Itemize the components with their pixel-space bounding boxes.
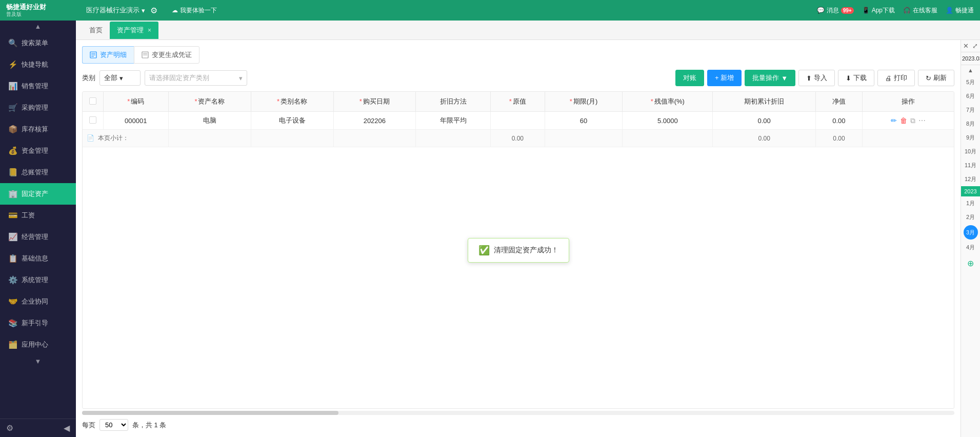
th-actions: 操作 — [862, 92, 954, 112]
batch-ops-label: 批量操作 — [752, 73, 779, 83]
app-download-btn[interactable]: 📱 App下载 — [862, 6, 895, 15]
sidebar-settings-icon[interactable]: ⚙ — [6, 423, 13, 433]
reconcile-button[interactable]: 对账 — [675, 70, 704, 86]
sidebar-collapse-btn[interactable]: ◀ — [64, 423, 70, 433]
tab-close-icon[interactable]: × — [148, 27, 151, 34]
table-scrollbar-thumb[interactable] — [82, 411, 338, 415]
success-message: 清理固定资产成功！ — [494, 246, 558, 255]
message-icon: 💬 — [817, 7, 825, 14]
online-service-label: 在线客服 — [913, 6, 937, 15]
sidebar-scroll-up[interactable]: ▲ — [0, 21, 76, 32]
th-original-value: *原值 — [490, 92, 545, 112]
quick-nav-icon: ⚡ — [8, 60, 17, 69]
sidebar-item-label: 快捷导航 — [22, 60, 48, 69]
sub-tab-asset-detail-label: 资产明细 — [100, 50, 127, 59]
calendar-month-4[interactable]: 4月 — [961, 241, 981, 254]
subtotal-empty-3 — [333, 130, 416, 147]
sidebar-item-system[interactable]: ⚙️ 系统管理 — [0, 269, 76, 291]
calendar-month-11[interactable]: 11月 — [961, 158, 981, 172]
online-service-btn[interactable]: 🎧 在线客服 — [903, 6, 937, 15]
calendar-month-5[interactable]: 5月 — [961, 75, 981, 89]
calendar-month-8[interactable]: 8月 — [961, 117, 981, 131]
tab-asset-management[interactable]: 资产管理 × — [110, 22, 158, 39]
calendar-up-nav[interactable]: ▲ — [961, 65, 981, 75]
subtotal-icon: 📄 — [87, 134, 94, 142]
copy-icon[interactable]: ⧉ — [910, 116, 915, 125]
sidebar-item-quick-nav[interactable]: ⚡ 快捷导航 — [0, 54, 76, 75]
dropdown-icon: ▾ — [119, 74, 123, 82]
company-selector[interactable]: 医疗器械行业演示 ▾ ⚙ — [82, 6, 162, 15]
subtotal-empty-6 — [623, 130, 713, 147]
calendar-month-12[interactable]: 12月 — [961, 172, 981, 186]
row-initial-dep: 0.00 — [713, 112, 816, 130]
sidebar-item-search[interactable]: 🔍 搜索菜单 — [0, 32, 76, 54]
calendar-month-2[interactable]: 2月 — [961, 210, 981, 224]
calendar-panel: ▲ 5月 6月 7月 8月 9月 10月 11月 12月 2023 1月 2月 … — [961, 65, 981, 270]
row-checkbox[interactable] — [89, 116, 96, 124]
table-scrollbar[interactable] — [82, 411, 954, 415]
subtotal-net-value: 0.00 — [816, 130, 863, 147]
delete-icon[interactable]: 🗑 — [900, 116, 907, 125]
sidebar-item-basic-info[interactable]: 📋 基础信息 — [0, 248, 76, 269]
filter-category-select[interactable]: 全部 ▾ — [99, 70, 141, 86]
sub-tab-asset-detail[interactable]: 资产明细 — [82, 46, 134, 64]
th-net-value: 净值 — [816, 92, 863, 112]
calendar-month-1[interactable]: 1月 — [961, 196, 981, 210]
sidebar-item-ledger[interactable]: 📒 总账管理 — [0, 162, 76, 183]
expand-panel-icon[interactable]: ⤢ — [972, 42, 978, 50]
content-area: 首页 资产管理 × — [76, 21, 980, 437]
sidebar-item-payroll[interactable]: 💳 工资 — [0, 205, 76, 226]
cloud-icon: ☁ — [172, 7, 178, 14]
more-icon[interactable]: ⋯ — [918, 116, 926, 125]
calendar-month-10[interactable]: 10月 — [961, 145, 981, 158]
messages-btn[interactable]: 💬 消息 99+ — [817, 6, 854, 15]
sidebar-item-inventory[interactable]: 📦 库存核算 — [0, 118, 76, 140]
sidebar-item-cooperation[interactable]: 🤝 企业协同 — [0, 291, 76, 312]
row-actions: ✏ 🗑 ⧉ ⋯ — [862, 112, 954, 130]
calendar-down-nav[interactable]: ⊕ — [961, 256, 981, 270]
edit-icon[interactable]: ✏ — [891, 116, 897, 125]
calendar-month-9[interactable]: 9月 — [961, 131, 981, 145]
sidebar-item-label: 销售管理 — [22, 82, 48, 91]
settings-icon[interactable]: ⚙ — [150, 6, 157, 15]
print-button[interactable]: 🖨 打印 — [877, 70, 915, 86]
chevron-down-icon: ▾ — [142, 7, 145, 14]
sidebar-item-guide[interactable]: 📚 新手引导 — [0, 312, 76, 334]
download-label: 下载 — [853, 73, 867, 83]
sidebar-item-app-center[interactable]: 🗂️ 应用中心 — [0, 334, 76, 355]
calendar-month-6[interactable]: 6月 — [961, 89, 981, 103]
download-button[interactable]: ⬇ 下载 — [838, 70, 874, 86]
row-code: 000001 — [103, 112, 169, 130]
select-all-checkbox[interactable] — [89, 97, 96, 105]
service-icon: 🎧 — [903, 7, 911, 14]
sidebar-item-sales[interactable]: 📊 销售管理 — [0, 75, 76, 97]
tab-home[interactable]: 首页 — [82, 22, 110, 39]
sidebar-item-fixed-assets[interactable]: 🏢 固定资产 — [0, 183, 76, 205]
calendar-month-3-active[interactable]: 3月 — [964, 225, 978, 240]
pagination: 每页 50 10 20 100 条，共 1 条 — [82, 415, 954, 431]
sidebar-scroll-down[interactable]: ▼ — [0, 355, 76, 367]
sidebar-item-finance[interactable]: 💰 资金管理 — [0, 140, 76, 162]
calendar-month-7[interactable]: 7月 — [961, 103, 981, 117]
per-page-select[interactable]: 50 10 20 100 — [99, 419, 128, 431]
close-panel-icon[interactable]: ✕ — [963, 42, 969, 50]
new-button[interactable]: + 新增 — [707, 70, 742, 86]
table-header: *编码 *资产名称 *类别名称 *购买日期 折旧方法 *原值 *期限(月) *残… — [83, 92, 954, 112]
user-menu[interactable]: 👤 畅捷通 — [946, 6, 974, 15]
sidebar-item-operations[interactable]: 📈 经营管理 — [0, 226, 76, 248]
subtotal-actions-empty — [862, 130, 954, 147]
experience-button[interactable]: ☁ 我要体验一下 — [172, 6, 217, 15]
batch-ops-button[interactable]: 批量操作 ▼ — [745, 70, 795, 86]
system-icon: ⚙️ — [8, 275, 17, 285]
fixed-assets-icon: 🏢 — [8, 189, 17, 198]
sidebar-item-purchase[interactable]: 🛒 采购管理 — [0, 97, 76, 118]
sidebar-item-label: 工资 — [22, 211, 35, 220]
sidebar-item-label: 经营管理 — [22, 232, 48, 242]
refresh-button[interactable]: ↻ 刷新 — [918, 70, 954, 86]
calendar-bottom-circle[interactable]: ⊕ — [967, 259, 974, 268]
subtotal-row: 📄 本页小计： 0.00 0.00 — [83, 130, 954, 147]
sub-tab-voucher-change[interactable]: 变更生成凭证 — [134, 46, 199, 64]
sidebar-item-label: 搜索菜单 — [22, 38, 48, 48]
import-button[interactable]: ⬆ 导入 — [798, 70, 835, 86]
filter-asset-category-input[interactable]: 请选择固定资产类别 ▾ — [145, 70, 247, 86]
